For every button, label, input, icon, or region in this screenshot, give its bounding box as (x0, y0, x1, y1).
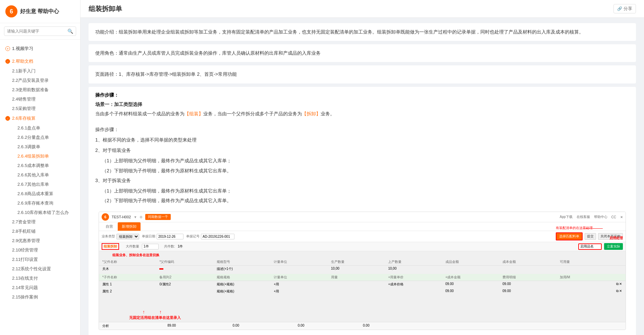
mock-input-qty[interactable] (142, 244, 159, 249)
search-icon[interactable]: 🔍 (67, 29, 73, 34)
sidebar-item-other-in[interactable]: 2.6.6其他入库单 (0, 170, 80, 180)
arrow-up-right: ↑ (159, 309, 162, 315)
mock-col-h-prod-qty: 生产数量 (330, 260, 387, 264)
mock-btn-submit[interactable]: 提交 (585, 233, 596, 240)
mock-btn-bom[interactable]: 选择匹配料单 (556, 232, 583, 240)
mock-tab-new[interactable]: 新增拆卸 (118, 222, 141, 231)
sidebar-item-newcomer[interactable]: 2.1新手入门 (0, 66, 80, 76)
mock-tabs: 自营 新增拆卸 (99, 222, 626, 231)
keyword-disassembly: 【拆卸】 (302, 111, 321, 116)
mock-sync-btn[interactable]: 同期数据一千 (145, 214, 171, 220)
mock-label-no: 单据记号 (186, 234, 200, 239)
sidebar-item-cases[interactable]: 2.15操作案例 (0, 292, 80, 302)
sidebar-item-cost-recalc[interactable]: 2.6.8商品成本重算 (0, 189, 80, 199)
arrow-up-left: ↑ (143, 309, 145, 315)
sidebar-item-inventory-label: 2.6库存核算 (12, 115, 36, 121)
mock-copy-icon2[interactable]: ⧉ (616, 289, 619, 294)
keyword-assembly: 【组装】 (184, 111, 203, 116)
sidebar-item-ops[interactable]: 2.10经营管理 (0, 245, 80, 255)
step2-2-text: （2）下部明细为子件明细，最终作为原材料生成其它出库单。 (95, 167, 629, 175)
sidebar-item-purchase[interactable]: 2.5采购管理 (0, 104, 80, 113)
search-area: 🔍 (0, 23, 80, 40)
mock-col2-h-unit: 计量单位 (273, 275, 330, 280)
sidebar-item-finance[interactable]: 2.7资金管理 (0, 217, 80, 227)
sidebar-item-inventory-fix[interactable]: 2.6.10库存账本错了怎么办 (0, 208, 80, 217)
sidebar-item-partial-stocktake[interactable]: 2.6.2分量盘点单 (0, 133, 80, 142)
mock-biz-type-selector[interactable]: 组装拆卸 (102, 243, 119, 250)
sidebar-item-inventory[interactable]: - 2.6库存核算 (0, 113, 80, 123)
mock-qty-label: 大件数量 (126, 244, 139, 249)
mock-field-date: 单据日期 (142, 234, 183, 239)
mock-tab-self[interactable]: 自营 (102, 222, 117, 231)
mock-input-date[interactable] (157, 234, 183, 239)
sidebar-item-system[interactable]: 2.12系统个性化设置 (0, 264, 80, 274)
page-title: 组装拆卸单 (89, 4, 122, 13)
search-box[interactable]: 🔍 (4, 26, 76, 36)
mock-t2-r1-unit: +用 (273, 282, 330, 287)
sidebar-item-video[interactable]: + 1.视频学习 (0, 44, 80, 54)
mock-select-type[interactable]: 组装拆卸 (116, 234, 139, 239)
mock-copy-icon[interactable]: ⧉ (616, 282, 619, 287)
sidebar-item-other-out[interactable]: 2.6.7其他出库单 (0, 180, 80, 189)
step2-1-text: （1）上部明细为父件明细，最终作为产成品生成其它入库单； (95, 157, 629, 165)
sidebar-item-faq[interactable]: 2.14常见问题 (0, 283, 80, 292)
mock-col-h-prod-amt: 成品金额 (445, 260, 502, 264)
sidebar-item-sales[interactable]: 2.4销售管理 (0, 95, 80, 104)
search-input[interactable] (7, 29, 67, 34)
sidebar-item-print[interactable]: 2.11打印设置 (0, 255, 80, 264)
mock-cell-name: 关木 (102, 267, 159, 271)
annotation-bom-line (583, 228, 603, 229)
mock-input-no[interactable] (201, 234, 234, 239)
sidebar-item-stocktake[interactable]: 2.6.1盘点单 (0, 123, 80, 133)
mock-field-no: 单据记号 (186, 234, 234, 239)
mock-table2-row3 (99, 295, 626, 302)
sidebar-item-mobile[interactable]: 2.8手机旺铺 (0, 227, 80, 236)
mock-refresh: ⚙ (140, 215, 143, 219)
mock-section-parent: 组装拆卸 组装业务、拆卸业务在这里切换 大件数量 共件数: 1件 启用处理 立案… (99, 242, 626, 251)
mock-input-enable[interactable] (578, 243, 602, 250)
share-icon: 🔗 (617, 6, 622, 11)
mock-dropdown-icon: ▼ (133, 215, 137, 219)
sidebar-item-label: 2.帮助文档 (12, 58, 33, 64)
mock-cell-spec: 描述(+1个) (216, 267, 273, 271)
mock-cell-code-input[interactable] (159, 268, 163, 270)
mock-t2-r2-col2 (159, 289, 216, 294)
sidebar-item-transfer[interactable]: 2.6.3调拨单 (0, 142, 80, 152)
logo-text: 好生意 帮助中心 (20, 8, 59, 15)
sidebar-item-help[interactable]: - 2.帮助文档 (0, 56, 80, 66)
mock-online-service: 在线客服 (577, 215, 590, 219)
mock-t2-r2-usage (330, 289, 387, 294)
mock-cell-prod-amt (445, 267, 502, 271)
sidebar-item-assembly[interactable]: 2.6.4组装拆卸单 (0, 152, 80, 161)
sidebar-item-payment[interactable]: 2.13在线支付 (0, 274, 80, 283)
mock-table1-row1: 关木 描述(+1个) 10,00 10,00 (99, 266, 626, 273)
mock-t2-r1-fee: 09.00 (502, 282, 559, 287)
sidebar-item-cost-adj[interactable]: 2.6.5成本调整单 (0, 161, 80, 170)
sidebar-item-install[interactable]: 2.2产品安装及登录 (0, 76, 80, 85)
mock-t2-r2-action: ⧉ ✕ (616, 289, 623, 294)
mock-field-type: 业务类型 组装拆卸 (102, 234, 139, 239)
sidebar-item-coupon[interactable]: 2.9优惠券管理 (0, 236, 80, 245)
minus-icon-inventory: - (5, 116, 10, 121)
nav-tree: + 1.视频学习 - 2.帮助文档 2.1新手入门 2.2产品安装及登录 2.3… (0, 40, 80, 335)
mock-close-icon[interactable]: ✕ (620, 215, 623, 219)
mock-app-id: TEST-H002 (112, 215, 131, 219)
mock-table2-row4 (99, 302, 626, 309)
mock-total-label-cell: 分析 (102, 324, 167, 328)
share-label: 分享 (624, 6, 632, 12)
sidebar-item-data-prep[interactable]: 2.3使用前数据准备 (0, 85, 80, 95)
mock-col2-h-action (616, 275, 623, 280)
share-button[interactable]: 🔗 分享 (613, 4, 636, 13)
mock-delete-icon[interactable]: ✕ (619, 282, 622, 287)
sidebar-item-inventory-book[interactable]: 2.6.9库存账本查询 (0, 199, 80, 208)
mock-delete-icon2[interactable]: ✕ (619, 289, 622, 294)
mock-refresh-icon: ⚙ (140, 215, 143, 219)
screenshot-mock: 6 TEST-H002 ▼ ⚙ 同期数据一千 App下载 在线客服 帮助中心 (99, 212, 626, 330)
mock-col-h-avail: 可用量 (559, 260, 616, 264)
mock-btn-confirm[interactable]: 立案实际 (604, 243, 623, 250)
mock-logo: 6 (102, 213, 109, 221)
mock-t2-r2-extra (559, 289, 616, 294)
mock-table2-row5 (99, 309, 626, 315)
plus-icon: + (5, 46, 10, 51)
mock-col-h-action (616, 260, 623, 264)
